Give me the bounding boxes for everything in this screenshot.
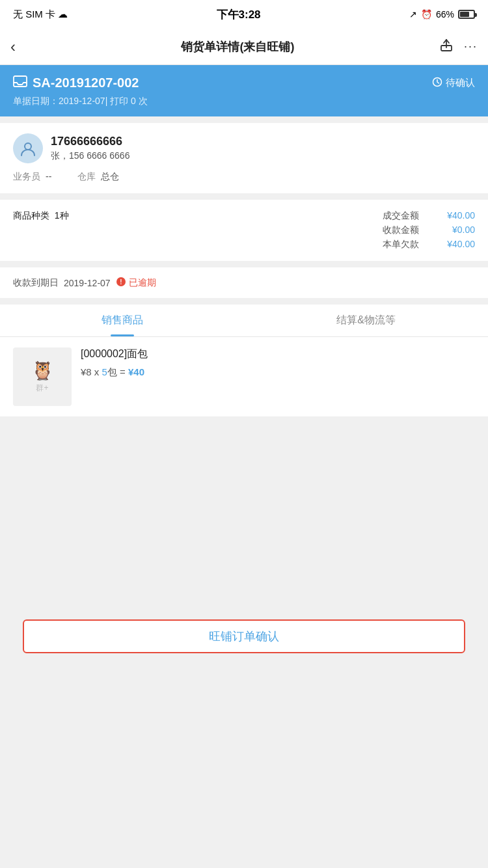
- share-button[interactable]: [439, 38, 454, 55]
- sales-label: 业务员: [13, 171, 40, 183]
- order-header: SA-20191207-002 待确认 单据日期：2019-12-07| 打印 …: [0, 65, 488, 116]
- due-date-value: 2019-12-07: [64, 278, 111, 288]
- due-section: 收款到期日 2019-12-07 ! 已逾期: [0, 267, 488, 298]
- warehouse-value: 总仓: [101, 171, 119, 183]
- bottom-bar: 旺铺订单确认: [0, 612, 488, 666]
- product-qty: 5: [102, 366, 107, 377]
- avatar: [13, 133, 43, 163]
- clock-status-icon: ⏰: [421, 9, 432, 20]
- order-inbox-icon: [13, 75, 27, 90]
- warning-icon: !: [116, 277, 126, 289]
- amount-row-owed: 本单欠款 ¥40.00: [383, 239, 475, 251]
- wangpu-confirm-button[interactable]: 旺铺订单确认: [23, 619, 465, 653]
- order-id: SA-20191207-002: [13, 75, 139, 90]
- battery-icon: [458, 10, 475, 19]
- overdue-text: 已逾期: [129, 277, 156, 289]
- product-price: ¥8 x 5包 = ¥40: [81, 366, 475, 379]
- customer-meta: 业务员 -- 仓库 总仓: [13, 171, 475, 183]
- product-kinds: 商品种类 1种: [13, 210, 69, 222]
- overdue-badge: ! 已逾期: [116, 277, 156, 289]
- amounts-section: 商品种类 1种 成交金额 ¥40.00 收款金额 ¥0.00 本单欠款 ¥40.…: [0, 200, 488, 261]
- customer-name: 张，156 6666 6666: [51, 150, 129, 162]
- nav-actions: ···: [439, 38, 478, 55]
- sales-value: --: [46, 171, 51, 183]
- product-item: 🦉 群+ [0000002]面包 ¥8 x 5包 = ¥40: [0, 337, 488, 416]
- svg-point-3: [25, 143, 31, 150]
- owl-logo-icon: 🦉: [31, 360, 54, 381]
- equals-icon: =: [120, 366, 128, 377]
- tabs-section: 销售商品 结算&物流等 🦉 群+ [0000002]面包 ¥8 x 5包 = ¥…: [0, 305, 488, 416]
- status-bar: 无 SIM 卡 ☁ 下午3:28 ↗ ⏰ 66%: [0, 0, 488, 29]
- tabs-row: 销售商品 结算&物流等: [0, 305, 488, 337]
- status-clock-icon: [432, 77, 442, 89]
- status-time: 下午3:28: [217, 7, 261, 22]
- nav-bar: ‹ 销货单详情(来自旺铺) ···: [0, 29, 488, 65]
- product-kinds-label: 商品种类: [13, 210, 49, 221]
- signal-icon: ↗: [409, 9, 417, 20]
- owl-plus-text: 群+: [36, 383, 48, 392]
- amount-row-received: 收款金额 ¥0.00: [383, 224, 475, 236]
- amounts-right: 成交金额 ¥40.00 收款金额 ¥0.00 本单欠款 ¥40.00: [383, 210, 475, 251]
- back-button[interactable]: ‹: [10, 38, 36, 56]
- product-thumbnail: 🦉 群+: [13, 347, 72, 406]
- status-left: 无 SIM 卡 ☁: [13, 8, 68, 21]
- order-date: 单据日期：2019-12-07| 打印 0 次: [13, 96, 475, 107]
- no-sim-text: 无 SIM 卡 ☁: [13, 8, 68, 21]
- empty-content-area: [0, 416, 488, 612]
- page-title: 销货单详情(来自旺铺): [36, 39, 439, 55]
- product-kinds-value: 1种: [55, 210, 69, 221]
- svg-text:!: !: [120, 278, 122, 286]
- battery-percent: 66%: [436, 9, 454, 20]
- amount-row-deal: 成交金额 ¥40.00: [383, 210, 475, 222]
- multiply-icon: x: [94, 366, 102, 377]
- status-right: ↗ ⏰ 66%: [409, 9, 475, 20]
- tab-settlement-logistics[interactable]: 结算&物流等: [244, 305, 488, 336]
- order-status: 待确认: [432, 77, 475, 89]
- tab-sales-products[interactable]: 销售商品: [0, 305, 244, 336]
- more-button[interactable]: ···: [464, 40, 478, 53]
- warehouse-label: 仓库: [77, 171, 96, 183]
- due-date-label: 收款到期日: [13, 277, 59, 289]
- product-name: [0000002]面包: [81, 347, 475, 361]
- product-info: [0000002]面包 ¥8 x 5包 = ¥40: [81, 347, 475, 406]
- customer-phone: 17666666666: [51, 135, 129, 148]
- product-total: ¥40: [128, 366, 144, 377]
- customer-section: 17666666666 张，156 6666 6666 业务员 -- 仓库 总仓: [0, 123, 488, 193]
